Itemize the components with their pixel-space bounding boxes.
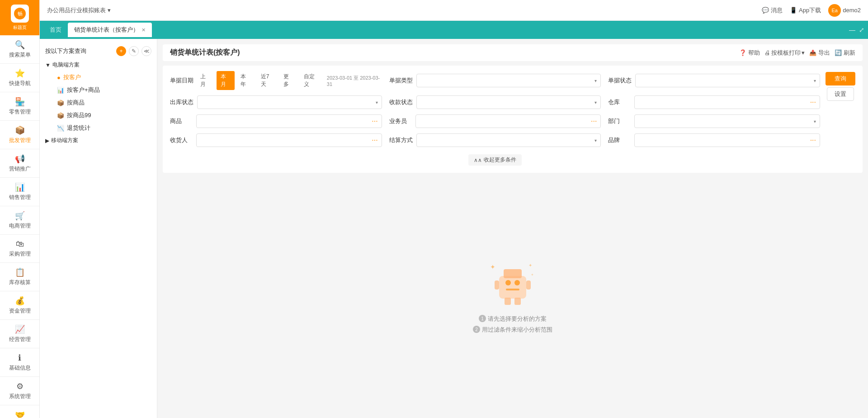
collapse-more-btn[interactable]: ∧∧ 收起更多条件: [468, 154, 522, 166]
add-scheme-btn[interactable]: +: [116, 46, 126, 56]
help-btn[interactable]: ❓ 帮助: [739, 49, 760, 57]
filter-item-goods: 商品 ···: [170, 114, 382, 128]
edit-scheme-btn[interactable]: ✎: [129, 46, 139, 56]
tree-item-label: 按客户+商品: [67, 86, 100, 94]
print-btn[interactable]: 🖨 按模板打印 ▾: [764, 49, 805, 57]
tree-group-label-text: 电脑端方案: [52, 61, 80, 69]
tab-minimize-btn[interactable]: —: [849, 27, 855, 33]
chevron-down-icon: ▾: [814, 119, 816, 124]
tree-item-by-customer[interactable]: ● 按客户: [53, 71, 157, 84]
sidebar-item-inventory[interactable]: 📋 库存核算: [0, 263, 39, 291]
panel-title: 按以下方案查询: [45, 47, 86, 55]
settlement-label: 结算方式: [389, 136, 413, 144]
tree-item-by-goods99[interactable]: 📦 按商品99: [53, 109, 157, 122]
date-btn-last-7-days[interactable]: 近7天: [257, 71, 278, 90]
print-icon: 🖨: [764, 49, 770, 56]
svg-rect-2: [499, 276, 526, 299]
out-status-select[interactable]: ▾: [197, 95, 382, 109]
goods-label: 商品: [170, 117, 193, 125]
user-menu[interactable]: Ea demo2: [828, 4, 861, 17]
sidebar-item-label: 经营管理: [9, 336, 31, 343]
message-label: 消息: [771, 6, 783, 14]
filter-item-department: 部门 ▾: [608, 114, 820, 128]
message-icon: 💬: [762, 7, 769, 14]
date-btn-this-month[interactable]: 本月: [217, 71, 235, 90]
message-btn[interactable]: 💬 消息: [762, 6, 783, 14]
svg-point-5: [514, 280, 520, 285]
sidebar-item-retail[interactable]: 🏪 零售管理: [0, 92, 39, 121]
filter-item-staff: 业务员 ···: [389, 114, 601, 128]
export-btn[interactable]: 📤 导出: [809, 49, 830, 57]
department-select[interactable]: ▾: [634, 114, 820, 128]
date-btn-last-month[interactable]: 上月: [196, 71, 215, 90]
collapse-panel-btn[interactable]: ≪: [142, 46, 151, 56]
chevron-down-icon: ▾: [814, 78, 816, 83]
content-area: 按以下方案查询 + ✎ ≪ ▼ 电脑端方案: [40, 39, 868, 418]
settings-button[interactable]: 设置: [827, 87, 854, 101]
sidebar-item-operation[interactable]: 📈 经营管理: [0, 320, 39, 348]
brand-label: 品牌: [608, 136, 631, 144]
date-btn-more[interactable]: 更多: [279, 71, 298, 90]
tab-home[interactable]: 首页: [43, 23, 68, 37]
operation-icon: 📈: [15, 324, 25, 334]
print-label: 按模板打印: [771, 49, 801, 57]
payment-select[interactable]: ▾: [416, 95, 601, 109]
goods-select[interactable]: ···: [196, 114, 382, 128]
sidebar-item-quick-nav[interactable]: ⭐ 快捷导航: [0, 64, 39, 92]
doc-type-select[interactable]: ▾: [416, 74, 601, 87]
sidebar-item-ecommerce[interactable]: 🛒 电商管理: [0, 206, 39, 235]
app-download-btn[interactable]: 📱 App下载: [790, 6, 821, 14]
doc-status-select[interactable]: ▾: [635, 74, 820, 87]
tree-group-arrow: ▶: [45, 138, 49, 144]
sidebar-item-label: 零售管理: [9, 108, 31, 116]
sidebar-item-basic[interactable]: ℹ 基础信息: [0, 348, 39, 377]
tree-item-by-customer-goods[interactable]: 📊 按客户+商品: [53, 84, 157, 96]
svg-rect-9: [505, 298, 511, 305]
sidebar-item-label: 采购管理: [9, 250, 31, 258]
filter-action-col: 查询 设置: [826, 71, 855, 101]
sidebar-item-purchase[interactable]: 🛍 采购管理: [0, 235, 39, 263]
sidebar-item-wholesale[interactable]: 📦 批发管理: [0, 121, 39, 149]
date-btn-custom[interactable]: 自定义: [300, 71, 323, 90]
logo-icon: 畅: [11, 5, 29, 23]
dots-icon: ···: [810, 136, 816, 144]
brand-select[interactable]: ···: [634, 133, 820, 147]
tab-maximize-btn[interactable]: ⤢: [859, 27, 864, 33]
app-title-text: 办公用品行业模拟账表: [47, 6, 106, 14]
tree-group-mobile[interactable]: ▶ 移动端方案: [40, 134, 157, 147]
sidebar-item-marketing[interactable]: 📢 营销推广: [0, 149, 39, 178]
tree-item-by-goods[interactable]: 📦 按商品: [53, 96, 157, 109]
tree-group-label-text: 移动端方案: [51, 137, 78, 144]
empty-state: ✦ ✦ ✦ 1 请先选择要分析的方案 2 用过滤条件来缩小分析范围: [163, 177, 863, 413]
warehouse-select[interactable]: ···: [634, 95, 820, 109]
tab-actions: — ⤢: [849, 27, 864, 33]
tab-sales-stats[interactable]: 销货单统计表（按客户） ✕: [68, 23, 152, 37]
sidebar-item-sales[interactable]: 📊 销售管理: [0, 178, 39, 206]
date-btn-this-year[interactable]: 本年: [236, 71, 255, 90]
settlement-select[interactable]: ▾: [416, 133, 601, 147]
receiver-select[interactable]: ···: [196, 133, 382, 147]
tree-item-label: 退货统计: [67, 124, 90, 132]
svg-text:✦: ✦: [528, 263, 532, 268]
query-button[interactable]: 查询: [826, 72, 855, 86]
tree-item-label: 按商品: [67, 99, 85, 107]
tree-group-desktop[interactable]: ▼ 电脑端方案: [40, 59, 157, 71]
app-title-dropdown[interactable]: 办公用品行业模拟账表 ▾: [47, 6, 111, 14]
filter-item-warehouse: 仓库 ···: [608, 95, 820, 109]
staff-select[interactable]: ···: [415, 114, 601, 128]
ecommerce-icon: 🛒: [15, 211, 25, 221]
tree-group-arrow: ▼: [45, 62, 51, 68]
staff-label: 业务员: [389, 117, 412, 125]
chevron-down-icon: ▾: [594, 78, 597, 83]
sidebar-item-system[interactable]: ⚙ 系统管理: [0, 377, 39, 405]
filter-item-out-status: 出库状态 ▾: [170, 95, 382, 109]
sidebar-item-enterprise[interactable]: 🤝 企业协同: [0, 405, 39, 418]
refresh-btn[interactable]: 🔄 刷新: [835, 49, 855, 57]
tree-item-return-stats[interactable]: 📉 退货统计: [53, 122, 157, 134]
sidebar-item-finance[interactable]: 💰 资金管理: [0, 291, 39, 320]
sidebar-item-search[interactable]: 🔍 搜索菜单: [0, 35, 39, 64]
page-title-actions: ❓ 帮助 🖨 按模板打印 ▾ 📤 导出 🔄 刷新: [739, 49, 855, 57]
tab-close-btn[interactable]: ✕: [142, 28, 146, 33]
header-right: 💬 消息 📱 App下载 Ea demo2: [762, 4, 861, 17]
collapse-label: 收起更多条件: [484, 156, 516, 164]
